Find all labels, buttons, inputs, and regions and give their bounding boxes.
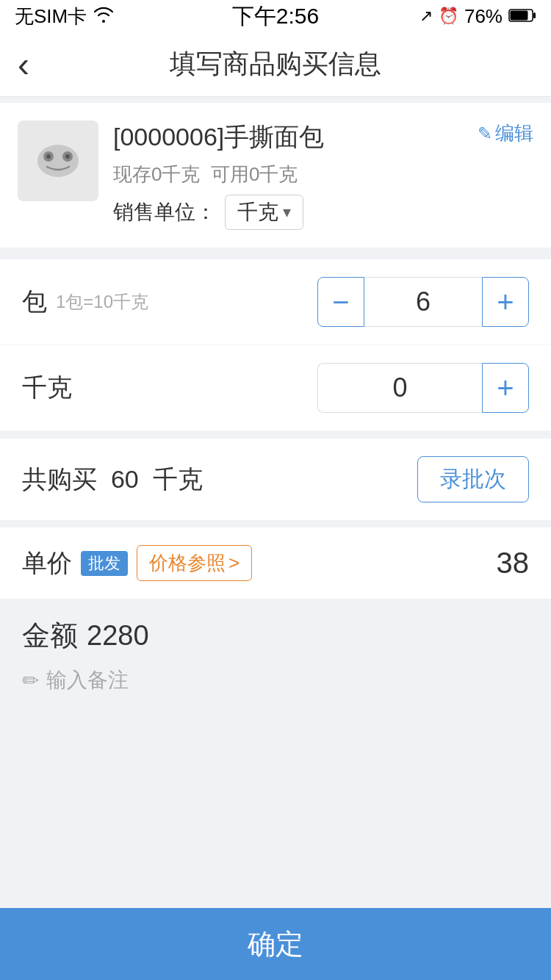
total-unit: 千克	[153, 465, 203, 493]
status-right: ↗ ⏰ 76%	[419, 5, 536, 28]
status-time: 下午2:56	[232, 1, 319, 32]
remark-row[interactable]: ✏ 输入备注	[22, 666, 529, 712]
edit-icon: ✎	[478, 123, 492, 144]
svg-point-7	[65, 154, 70, 159]
svg-rect-2	[511, 10, 528, 20]
confirm-button[interactable]: 确定	[0, 908, 551, 980]
quantity-control-bao: − +	[317, 277, 529, 327]
nav-bar: ‹ 填写商品购买信息	[0, 32, 551, 97]
quantity-hint-bao: 1包=10千克	[56, 290, 148, 314]
quantity-row-kg: 千克 +	[0, 345, 551, 431]
product-card: [0000006]手撕面包 现存0千克 可用0千克 销售单位： 千克 ▾ ✎ 编…	[0, 103, 551, 253]
product-image	[18, 120, 98, 201]
product-unit-row: 销售单位： 千克 ▾	[113, 195, 533, 230]
price-label-group: 单价 批发 价格参照 >	[22, 545, 252, 581]
chevron-right-icon: >	[228, 552, 240, 574]
svg-point-3	[37, 145, 79, 177]
status-left: 无SIM卡	[15, 4, 115, 29]
battery-text: 76%	[464, 5, 503, 28]
status-bar: 无SIM卡 下午2:56 ↗ ⏰ 76%	[0, 0, 551, 32]
alarm-icon: ⏰	[439, 7, 458, 26]
batch-tag: 批发	[81, 551, 128, 576]
svg-rect-1	[533, 12, 536, 18]
price-section: 单价 批发 价格参照 > 38	[0, 527, 551, 599]
price-value: 38	[497, 547, 530, 580]
total-row: 共购买 60 千克 录批次	[0, 433, 551, 526]
quantity-input-bao[interactable]	[364, 277, 482, 327]
edit-button[interactable]: ✎ 编辑	[478, 120, 533, 146]
remark-placeholder: 输入备注	[46, 666, 129, 694]
confirm-button-label: 确定	[248, 926, 303, 963]
amount-label: 金额	[22, 617, 78, 655]
battery-icon	[508, 5, 536, 28]
location-icon: ↗	[419, 7, 433, 26]
product-info: [0000006]手撕面包 现存0千克 可用0千克 销售单位： 千克 ▾	[113, 120, 533, 230]
carrier-text: 无SIM卡	[15, 4, 87, 29]
total-amount: 60	[111, 465, 139, 493]
unit-label: 销售单位：	[113, 198, 216, 226]
total-label: 共购买 60 千克	[22, 463, 203, 497]
price-label: 单价	[22, 547, 72, 580]
amount-section: 金额 2280 ✏ 输入备注	[0, 599, 551, 712]
quantity-row-bao: 包 1包=10千克 − +	[0, 259, 551, 345]
quantity-plus-bao[interactable]: +	[482, 277, 529, 327]
quantity-label-bao: 包 1包=10千克	[22, 285, 148, 319]
pencil-icon: ✏	[22, 669, 39, 693]
amount-row: 金额 2280	[22, 617, 529, 666]
quantity-minus-bao[interactable]: −	[317, 277, 364, 327]
product-stock: 现存0千克 可用0千克	[113, 162, 533, 187]
back-button[interactable]: ‹	[18, 44, 29, 84]
amount-value: 2280	[87, 620, 149, 652]
record-batch-button[interactable]: 录批次	[417, 456, 529, 502]
wifi-icon	[93, 5, 115, 28]
quantity-control-kg: +	[317, 363, 529, 413]
dropdown-arrow-icon: ▾	[283, 203, 291, 222]
quantity-input-kg[interactable]	[317, 363, 482, 413]
quantity-label-kg: 千克	[22, 371, 72, 405]
page-title: 填写商品购买信息	[170, 46, 381, 82]
svg-point-6	[46, 154, 51, 159]
unit-dropdown[interactable]: 千克 ▾	[225, 195, 303, 230]
quantity-plus-kg[interactable]: +	[482, 363, 529, 413]
product-name: [0000006]手撕面包	[113, 120, 533, 154]
price-ref-button[interactable]: 价格参照 >	[137, 545, 252, 581]
